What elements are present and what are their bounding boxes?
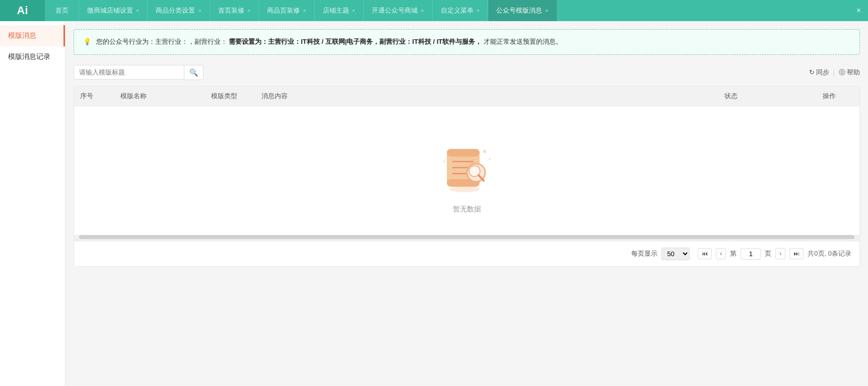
svg-rect-2 — [447, 149, 480, 157]
close-tab-template[interactable]: × — [545, 8, 548, 14]
svg-point-0 — [449, 186, 480, 192]
nav-tab-mall[interactable]: 开通公众号商城× — [364, 0, 432, 21]
nav-tab-category[interactable]: 商品分类设置× — [148, 0, 210, 21]
page-total: 共0页, 0条记录 — [808, 249, 851, 258]
page-unit: 页 — [765, 249, 771, 258]
empty-text: 暂无数据 — [453, 205, 481, 214]
search-input[interactable] — [74, 65, 184, 80]
close-tab-weishop[interactable]: × — [136, 8, 139, 14]
help-icon: ⓪ — [839, 68, 845, 77]
sidebar-items: 模版消息模版消息记录 — [0, 25, 65, 67]
close-tab-mall[interactable]: × — [421, 8, 424, 14]
prev-page-button[interactable]: ‹ — [716, 248, 726, 259]
table-header: 序号 模版名称 模版类型 消息内容 状态 操作 — [74, 87, 859, 106]
notice-prefix: 您的公众号行业为：主营行业：，副营行业： — [96, 38, 227, 45]
page-size-label: 每页显示 — [631, 249, 657, 258]
close-tab-category[interactable]: × — [198, 8, 201, 14]
col-seq: 序号 — [74, 87, 114, 106]
col-op: 操作 — [799, 87, 859, 106]
nav-tab-menu[interactable]: 自定义菜单× — [433, 0, 488, 21]
content-area: 💡 您的公众号行业为：主营行业：，副营行业： 需要设置为：主营行业：IT科技 /… — [65, 21, 868, 386]
nav-tab-theme[interactable]: 店铺主题× — [315, 0, 364, 21]
close-tab-theme[interactable]: × — [352, 8, 355, 14]
empty-icon — [437, 136, 497, 197]
search-bar: 🔍 ↻ 同步 | ⓪ 帮助 — [74, 65, 860, 80]
col-name: 模版名称 — [114, 87, 205, 106]
col-content: 消息内容 — [255, 87, 718, 106]
notice-box: 💡 您的公众号行业为：主营行业：，副营行业： 需要设置为：主营行业：IT科技 /… — [74, 29, 860, 55]
empty-state: 暂无数据 — [74, 106, 859, 234]
next-page-button[interactable]: › — [775, 248, 785, 259]
svg-point-12 — [443, 161, 445, 163]
sync-icon: ↻ — [809, 68, 815, 76]
page-size-select[interactable]: 102050100 — [661, 248, 690, 260]
lightbulb-icon: 💡 — [83, 38, 91, 45]
pagination: 每页显示 102050100 ⏮ ‹ 第 页 › ⏭ 共0页, 0条记录 — [74, 241, 859, 266]
first-page-button[interactable]: ⏮ — [698, 248, 712, 259]
svg-point-10 — [483, 150, 486, 153]
horizontal-scrollbar[interactable] — [74, 235, 859, 241]
action-divider: | — [833, 68, 835, 76]
last-page-button[interactable]: ⏭ — [789, 248, 804, 259]
nav-tab-weishop[interactable]: 微商城店铺设置× — [79, 0, 148, 21]
close-tab-menu[interactable]: × — [477, 8, 480, 14]
nav-tab-homepage[interactable]: 首页装修× — [210, 0, 259, 21]
nav-tab-home[interactable]: 首页 — [45, 0, 79, 21]
nav-tab-template[interactable]: 公众号模版消息× — [488, 0, 557, 21]
search-actions: ↻ 同步 | ⓪ 帮助 — [809, 68, 860, 77]
sidebar: 模版消息模版消息记录 — [0, 21, 65, 386]
page-label: 第 — [730, 249, 737, 258]
help-button[interactable]: ⓪ 帮助 — [839, 68, 860, 77]
close-tab-productpage[interactable]: × — [303, 8, 306, 14]
col-status: 状态 — [718, 87, 799, 106]
data-table: 序号 模版名称 模版类型 消息内容 状态 操作 — [74, 86, 860, 267]
sync-button[interactable]: ↻ 同步 — [809, 68, 829, 77]
page-input[interactable] — [741, 248, 761, 260]
close-all-button[interactable]: × — [849, 6, 868, 15]
scrollbar-track — [79, 235, 854, 239]
search-button[interactable]: 🔍 — [184, 65, 204, 80]
sidebar-item-template-msg[interactable]: 模版消息 — [0, 25, 65, 46]
main-layout: 模版消息模版消息记录 💡 您的公众号行业为：主营行业：，副营行业： 需要设置为：… — [0, 21, 868, 386]
app-logo: Ai — [0, 0, 45, 21]
top-nav: Ai 首页微商城店铺设置×商品分类设置×首页装修×商品页装修×店铺主题×开通公众… — [0, 0, 868, 21]
nav-tab-productpage[interactable]: 商品页装修× — [259, 0, 314, 21]
notice-suffix: 才能正常发送预置的消息。 — [484, 38, 562, 45]
notice-highlight: 需要设置为：主营行业：IT科技 / 互联网|电子商务，副营行业：IT科技 / I… — [229, 38, 482, 45]
nav-tabs: 首页微商城店铺设置×商品分类设置×首页装修×商品页装修×店铺主题×开通公众号商城… — [45, 0, 849, 21]
col-type: 模版类型 — [205, 87, 255, 106]
search-icon: 🔍 — [189, 68, 198, 76]
sidebar-item-template-log[interactable]: 模版消息记录 — [0, 46, 65, 67]
close-tab-homepage[interactable]: × — [247, 8, 250, 14]
svg-point-11 — [489, 158, 491, 160]
